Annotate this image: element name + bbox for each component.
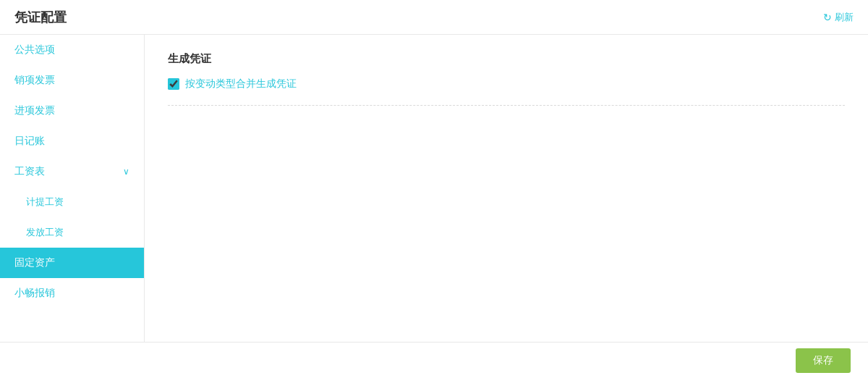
sidebar-label-sales-invoice: 销项发票: [14, 74, 55, 87]
sidebar-item-purchase-invoice[interactable]: 进项发票: [0, 96, 144, 126]
refresh-label: 刷新: [835, 11, 854, 24]
checkbox-row: 按变动类型合并生成凭证: [168, 77, 845, 91]
sidebar-label-payroll-table: 工资表: [14, 165, 45, 178]
sidebar-label-public-options: 公共选项: [14, 43, 55, 56]
page-title: 凭证配置: [14, 9, 67, 26]
sidebar-item-payroll-table[interactable]: 工资表 ∨: [0, 156, 144, 187]
sidebar-item-public-options[interactable]: 公共选项: [0, 35, 144, 65]
sidebar-label-purchase-invoice: 进项发票: [14, 104, 55, 117]
section-title: 生成凭证: [168, 52, 845, 66]
sidebar-label-calc-salary: 计提工资: [26, 196, 64, 209]
section-divider: [168, 105, 845, 106]
sidebar-label-fixed-assets: 固定资产: [14, 256, 55, 269]
merge-by-type-label[interactable]: 按变动类型合并生成凭证: [185, 77, 297, 91]
content-area: 生成凭证 按变动类型合并生成凭证: [145, 35, 868, 342]
sidebar: 公共选项 销项发票 进项发票 日记账 工资表 ∨ 计提工资 发放工资 固定资产 …: [0, 35, 145, 342]
sidebar-item-fixed-assets[interactable]: 固定资产: [0, 248, 144, 278]
refresh-button[interactable]: ↻ 刷新: [823, 11, 854, 24]
sidebar-label-journal: 日记账: [14, 135, 45, 148]
sidebar-label-expense-report: 小畅报销: [14, 287, 55, 300]
sidebar-item-journal[interactable]: 日记账: [0, 126, 144, 156]
refresh-icon: ↻: [823, 12, 832, 23]
sidebar-item-calc-salary[interactable]: 计提工资: [0, 187, 144, 217]
save-button[interactable]: 保存: [796, 348, 851, 373]
merge-by-type-checkbox[interactable]: [168, 78, 179, 90]
main-container: 公共选项 销项发票 进项发票 日记账 工资表 ∨ 计提工资 发放工资 固定资产 …: [0, 35, 868, 342]
sidebar-item-sales-invoice[interactable]: 销项发票: [0, 65, 144, 96]
chevron-down-icon: ∨: [123, 167, 129, 177]
sidebar-item-pay-salary[interactable]: 发放工资: [0, 217, 144, 248]
sidebar-item-expense-report[interactable]: 小畅报销: [0, 278, 144, 308]
sidebar-label-pay-salary: 发放工资: [26, 226, 64, 239]
header: 凭证配置 ↻ 刷新: [0, 0, 868, 35]
footer: 保存: [0, 342, 868, 378]
